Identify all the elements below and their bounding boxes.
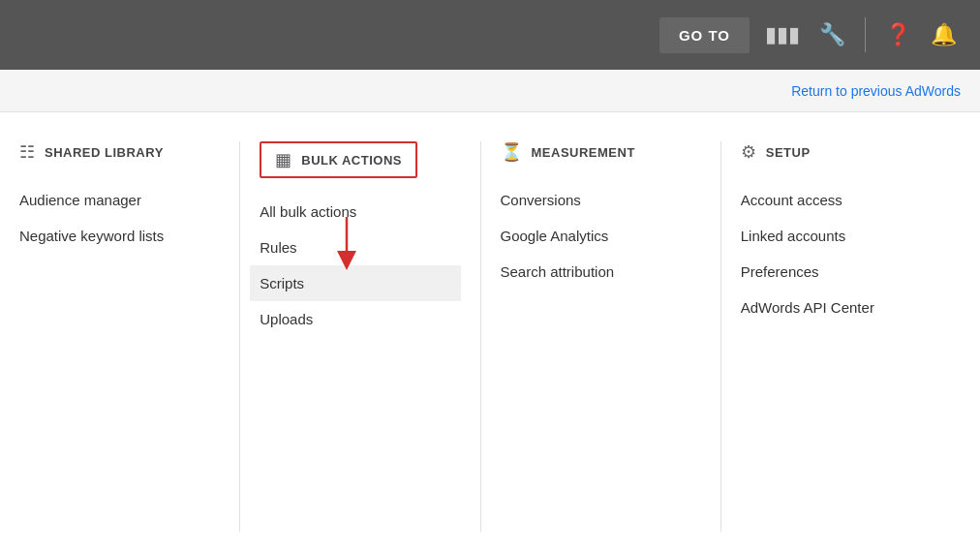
setup-header: ⚙ SETUP — [741, 141, 941, 163]
preferences-link[interactable]: Preferences — [741, 254, 941, 290]
audience-manager-link[interactable]: Audience manager — [19, 182, 220, 218]
account-access-link[interactable]: Account access — [741, 182, 941, 218]
topbar: GO TO ▮▮▮ 🔧 ❓ 🔔 — [0, 0, 980, 70]
setup-title: SETUP — [766, 145, 811, 160]
topbar-divider — [865, 17, 866, 52]
rules-link[interactable]: Rules — [260, 230, 460, 265]
setup-col: ⚙ SETUP Account access Linked accounts P… — [721, 141, 961, 532]
conversions-link[interactable]: Conversions — [501, 182, 701, 218]
negative-keyword-lists-link[interactable]: Negative keyword lists — [19, 218, 220, 254]
adwords-api-center-link[interactable]: AdWords API Center — [741, 290, 941, 325]
measurement-header: ⏳ MEASUREMENT — [501, 141, 701, 163]
measurement-col: ⏳ MEASUREMENT Conversions Google Analyti… — [481, 141, 721, 532]
chart-icon[interactable]: ▮▮▮ — [761, 18, 804, 51]
bulk-actions-col: ▦ BULK ACTIONS All bulk actions Rules Sc… — [240, 141, 480, 532]
shared-library-title: SHARED LIBRARY — [45, 145, 164, 160]
shared-library-icon: ☷ — [19, 141, 35, 163]
setup-icon: ⚙ — [741, 141, 756, 163]
main-content: ☷ SHARED LIBRARY Audience manager Negati… — [0, 112, 980, 551]
return-banner[interactable]: Return to previous AdWords — [0, 70, 980, 112]
uploads-link[interactable]: Uploads — [260, 301, 460, 337]
scripts-link[interactable]: Scripts — [250, 265, 460, 301]
bell-icon[interactable]: 🔔 — [927, 18, 961, 51]
wrench-icon[interactable]: 🔧 — [815, 18, 849, 51]
measurement-icon: ⏳ — [501, 141, 522, 163]
google-analytics-link[interactable]: Google Analytics — [501, 218, 701, 254]
bulk-actions-header-box: ▦ BULK ACTIONS — [260, 141, 417, 178]
bulk-actions-title: BULK ACTIONS — [301, 153, 402, 168]
measurement-title: MEASUREMENT — [532, 145, 635, 160]
bulk-actions-icon: ▦ — [275, 149, 291, 170]
return-banner-text: Return to previous AdWords — [791, 83, 961, 99]
goto-button[interactable]: GO TO — [659, 17, 750, 53]
shared-library-header: ☷ SHARED LIBRARY — [19, 141, 220, 163]
shared-library-col: ☷ SHARED LIBRARY Audience manager Negati… — [19, 141, 240, 532]
linked-accounts-link[interactable]: Linked accounts — [741, 218, 941, 254]
help-icon[interactable]: ❓ — [881, 18, 915, 51]
search-attribution-link[interactable]: Search attribution — [501, 254, 701, 290]
all-bulk-actions-link[interactable]: All bulk actions — [260, 194, 460, 230]
